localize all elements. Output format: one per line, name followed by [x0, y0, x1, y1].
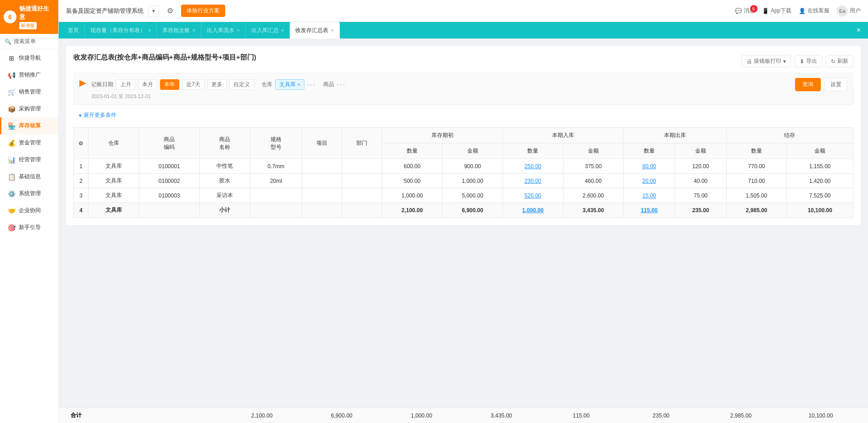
- settings-gear-button[interactable]: ⚙: [164, 5, 177, 17]
- cell-seq: 2: [74, 174, 88, 188]
- sidebar-item-label: 销售管理: [19, 88, 41, 96]
- column-settings-button[interactable]: 设置: [824, 78, 847, 91]
- table-row: 2文具库0100002胶水20ml500.001,000.00230.00460…: [74, 174, 853, 188]
- cell-bal-amt: 7,525.00: [787, 188, 853, 203]
- inventory-icon: 🏪: [8, 122, 15, 130]
- data-table: ⚙ 仓库 商品编码 商品名称 规格型号 项目 部门 库存期初 本期入库 本期出库…: [73, 127, 853, 218]
- sidebar-item-quick-nav[interactable]: ⊞ 快捷导航: [0, 49, 58, 66]
- tab-flow-label: 出入库流水: [207, 27, 234, 34]
- date-btn-last-month[interactable]: 上月: [116, 79, 135, 90]
- sidebar-item-marketing[interactable]: 📢 营销推广: [0, 66, 58, 83]
- date-btn-7days[interactable]: 近7天: [182, 79, 205, 90]
- table-container: ⚙ 仓库 商品编码 商品名称 规格型号 项目 部门 库存期初 本期入库 本期出库…: [73, 127, 853, 218]
- footer-bal-amt: 10,100.00: [781, 412, 861, 419]
- warehouse-label: 仓库: [261, 81, 272, 88]
- footer-opening-amt: 6,900.00: [302, 412, 381, 419]
- cell-in-qty[interactable]: 520.00: [503, 188, 563, 203]
- cell-in-qty[interactable]: 1,000.00: [503, 203, 563, 218]
- col-opening-stock: 库存期初: [382, 128, 503, 143]
- refresh-icon: ↻: [831, 58, 835, 65]
- footer-values: 2,100.00 6,900.00 1,000.00 3,435.00 115.…: [222, 412, 861, 419]
- query-button[interactable]: 查询: [795, 78, 821, 91]
- table-row: 4文具库小计2,100.006,900.001,000.003,435.0011…: [74, 203, 853, 218]
- print-button[interactable]: 🖨 拔镜板打印 ▾: [741, 55, 791, 67]
- col-bal-qty: 数量: [726, 143, 787, 159]
- footer-total: 合计 2,100.00 6,900.00 1,000.00 3,435.00 1…: [59, 407, 868, 423]
- cell-bal-amt: 10,100.00: [787, 203, 853, 218]
- experience-button[interactable]: 体验行业方案: [181, 5, 225, 17]
- sidebar-item-finance[interactable]: 💰 资金管理: [0, 134, 58, 151]
- warehouse-tag: 文具库 ×: [275, 79, 304, 90]
- cell-in-qty[interactable]: 230.00: [503, 174, 563, 188]
- refresh-button[interactable]: ↻ 刷新: [826, 55, 853, 67]
- filter-toggle-button[interactable]: ▶: [79, 78, 86, 88]
- tab-batch-close[interactable]: ×: [193, 28, 195, 33]
- sidebar-item-business[interactable]: 📊 经营管理: [0, 151, 58, 168]
- sidebar-item-purchase[interactable]: 📦 采购管理: [0, 100, 58, 117]
- search-icon: 🔍: [5, 38, 11, 45]
- cell-project: [302, 203, 342, 218]
- tab-recv-send[interactable]: 收发存汇总表 ×: [290, 22, 340, 38]
- cell-out-qty[interactable]: 20.00: [624, 174, 675, 188]
- tab-stock-dist-close[interactable]: ×: [148, 28, 151, 33]
- tab-summary[interactable]: 出入库汇总 ×: [246, 22, 290, 38]
- user-profile-button[interactable]: Ea 用户: [837, 5, 861, 16]
- date-btn-more[interactable]: 更多: [207, 79, 227, 90]
- cell-out-qty[interactable]: 80.00: [624, 159, 675, 174]
- cell-product-code: 0100001: [139, 159, 199, 174]
- footer-opening-qty: 2,100.00: [222, 412, 302, 419]
- sidebar-logo[interactable]: 6 畅捷通好生意 标准版: [0, 0, 58, 34]
- warehouse-tag-close[interactable]: ×: [298, 82, 300, 87]
- message-button[interactable]: 💬 消息 6: [735, 7, 755, 15]
- app-download-button[interactable]: 📱 App下载: [762, 7, 791, 15]
- tab-stock-dist[interactable]: 现存量（库存分布表） ×: [85, 22, 157, 38]
- cell-bal-qty: 770.00: [726, 159, 787, 174]
- cell-in-qty[interactable]: 250.00: [503, 159, 563, 174]
- sidebar-item-sales[interactable]: 🛒 销售管理: [0, 83, 58, 100]
- tab-flow[interactable]: 出入库流水 ×: [201, 22, 246, 38]
- sidebar-item-base-info[interactable]: 📋 基础信息: [0, 168, 58, 185]
- cell-warehouse: 文具库: [88, 159, 139, 174]
- date-btn-this-year[interactable]: 本年: [160, 79, 179, 90]
- expand-conditions-button[interactable]: ▾ 展开更多条件: [73, 109, 853, 122]
- sidebar-item-guide[interactable]: 🎯 新手引导: [0, 219, 58, 236]
- tab-summary-close[interactable]: ×: [282, 28, 284, 33]
- online-support-button[interactable]: 👤 在线客服: [799, 7, 829, 15]
- warehouse-ellipsis[interactable]: ···: [307, 81, 316, 89]
- cell-out-qty[interactable]: 15.00: [624, 188, 675, 203]
- date-btn-custom[interactable]: 自定义: [229, 79, 254, 90]
- sidebar-item-label: 采购管理: [19, 105, 41, 113]
- business-icon: 📊: [8, 156, 15, 164]
- logo-line1: 畅捷通好生意: [19, 5, 55, 21]
- col-current-out: 本期出库: [624, 128, 726, 143]
- tab-summary-label: 出入库汇总: [251, 27, 279, 34]
- sidebar-item-label: 新手引导: [19, 224, 41, 231]
- sidebar-item-enterprise[interactable]: 🤝 企业协同: [0, 202, 58, 219]
- tab-home[interactable]: 首页: [62, 22, 85, 38]
- product-ellipsis[interactable]: ···: [337, 81, 346, 89]
- col-bal-amt: 金额: [787, 143, 853, 159]
- sidebar-item-label: 企业协同: [19, 207, 41, 214]
- cell-opening-amt: 1,000.00: [442, 174, 503, 188]
- page-container: 收发存汇总表(按仓库+商品编码+商品+规格型号+项目+部门) 🖨 拔镜板打印 ▾…: [66, 46, 861, 225]
- sidebar-item-label: 资金管理: [19, 139, 41, 147]
- sidebar-item-inventory[interactable]: 🏪 库存核算: [0, 117, 58, 134]
- print-icon: 🖨: [746, 58, 752, 65]
- main-content: 收发存汇总表(按仓库+商品编码+商品+规格型号+项目+部门) 🖨 拔镜板打印 ▾…: [59, 38, 868, 423]
- sidebar-item-label: 快捷导航: [19, 54, 41, 62]
- sidebar-item-system[interactable]: ⚙️ 系统管理: [0, 185, 58, 202]
- tab-flow-close[interactable]: ×: [237, 28, 240, 33]
- system-title: 装备及固定资产辅助管理系统: [66, 7, 144, 15]
- tab-bar-close-button[interactable]: ×: [853, 26, 864, 34]
- cell-out-qty[interactable]: 115.00: [624, 203, 675, 218]
- tab-batch-label: 库存批次账: [162, 27, 190, 34]
- tab-batch[interactable]: 库存批次账 ×: [157, 22, 201, 38]
- sidebar-search[interactable]: 🔍 搜索菜单: [0, 34, 58, 49]
- date-btn-this-month[interactable]: 本月: [138, 79, 157, 90]
- table-row: 3文具库0100003采访本1,000.005,000.00520.002,60…: [74, 188, 853, 203]
- tab-recv-send-close[interactable]: ×: [331, 28, 334, 33]
- export-button[interactable]: ⬇ 导出: [795, 55, 822, 67]
- cell-product-code: [139, 203, 199, 218]
- filter-row-1: 记账日期 上月 本月 本年 近7天 更多 自定义 仓库 文具库 ×: [91, 78, 847, 91]
- system-dropdown[interactable]: ▾: [148, 5, 159, 16]
